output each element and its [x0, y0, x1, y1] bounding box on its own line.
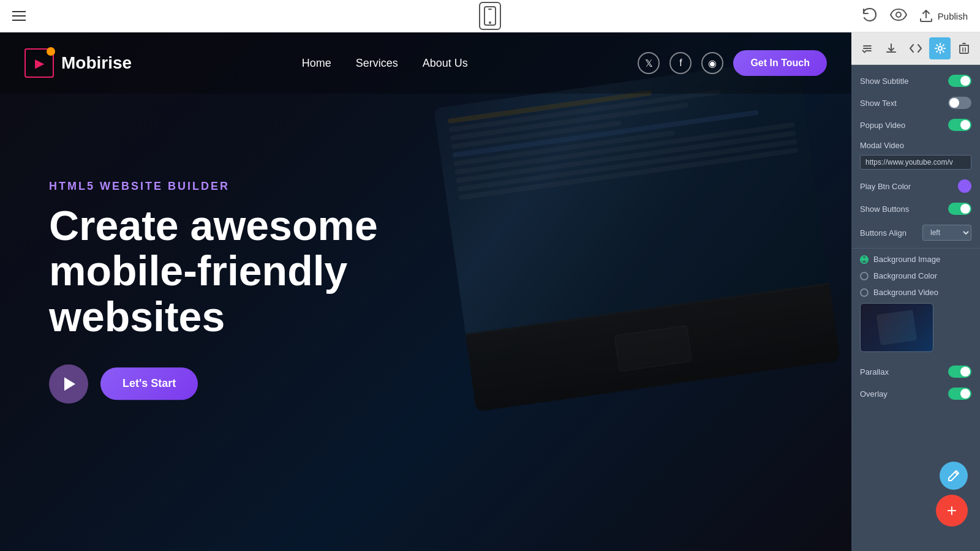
play-button[interactable] [49, 364, 88, 403]
show-subtitle-row: Show Subtitle [851, 70, 980, 92]
show-buttons-row: Show Buttons [851, 198, 980, 220]
panel-toolbar [851, 32, 980, 65]
modal-video-row: Modal Video [851, 136, 980, 174]
play-btn-color-row: Play Btn Color [851, 174, 980, 198]
edit-fab-button[interactable] [940, 462, 968, 490]
cta-button[interactable]: Get In Touch [733, 50, 827, 76]
mobile-preview-button[interactable] [479, 2, 501, 30]
hero-title-line1: Create awesome [49, 202, 378, 249]
top-toolbar: Publish [0, 0, 980, 32]
logo-sun-decoration [47, 47, 55, 56]
bg-color-label: Background Color [873, 271, 937, 280]
site-navbar: Mobirise Home Services About Us 𝕏 f ◉ Ge… [0, 32, 851, 94]
play-btn-color-label: Play Btn Color [860, 182, 911, 191]
settings-tool-button[interactable] [929, 37, 951, 59]
logo-text: Mobirise [61, 53, 132, 73]
bg-image-row[interactable]: Background Image [851, 251, 980, 268]
buttons-align-row: Buttons Align left center right [851, 220, 980, 246]
bg-image-label: Background Image [873, 255, 940, 264]
nav-about[interactable]: About Us [423, 57, 468, 70]
facebook-icon[interactable]: f [669, 52, 692, 74]
bg-video-radio[interactable] [860, 288, 869, 297]
site-nav: Home Services About Us [302, 57, 468, 70]
popup-video-label: Popup Video [860, 121, 905, 130]
logo-icon [24, 48, 54, 78]
parallax-toggle[interactable] [948, 365, 971, 378]
bg-video-label: Background Video [873, 288, 938, 297]
bg-video-row[interactable]: Background Video [851, 284, 980, 301]
bg-thumbnail[interactable] [860, 303, 933, 352]
hero-section: Mobirise Home Services About Us 𝕏 f ◉ Ge… [0, 32, 851, 551]
divider-1 [851, 248, 980, 249]
svg-rect-2 [488, 9, 492, 10]
popup-video-toggle[interactable] [948, 119, 971, 131]
twitter-icon[interactable]: 𝕏 [638, 52, 660, 74]
toolbar-center [479, 2, 501, 30]
show-buttons-toggle[interactable] [948, 203, 971, 215]
svg-point-1 [489, 21, 491, 24]
parallax-row: Parallax [851, 361, 980, 383]
show-text-label: Show Text [860, 99, 897, 108]
bg-image-radio[interactable] [860, 255, 869, 264]
overlay-toggle[interactable] [948, 388, 971, 400]
code-tool-button[interactable] [905, 37, 927, 59]
modal-video-input[interactable] [860, 155, 971, 170]
buttons-align-label: Buttons Align [860, 228, 907, 238]
popup-video-row: Popup Video [851, 114, 980, 136]
site-logo: Mobirise [24, 48, 132, 78]
canvas-area: Mobirise Home Services About Us 𝕏 f ◉ Ge… [0, 32, 851, 551]
bg-color-row[interactable]: Background Color [851, 268, 980, 284]
start-button[interactable]: Let's Start [100, 368, 198, 400]
publish-button[interactable]: Publish [919, 9, 968, 23]
download-tool-button[interactable] [881, 37, 903, 59]
publish-label: Publish [938, 11, 968, 21]
bg-color-radio[interactable] [860, 272, 869, 280]
svg-rect-8 [960, 45, 968, 53]
show-subtitle-label: Show Subtitle [860, 77, 909, 86]
hero-title: Create awesome mobile-friendly websites [49, 203, 478, 340]
undo-button[interactable] [862, 8, 878, 24]
svg-point-3 [896, 12, 901, 17]
buttons-align-select[interactable]: left center right [922, 225, 971, 241]
overlay-row: Overlay [851, 383, 980, 405]
modal-video-label: Modal Video [860, 141, 904, 150]
bg-thumbnail-preview [876, 310, 917, 345]
toolbar-right: Publish [862, 8, 968, 24]
overlay-label: Overlay [860, 389, 888, 399]
preview-button[interactable] [890, 9, 907, 24]
add-fab-button[interactable]: + [936, 495, 968, 527]
show-text-row: Show Text [851, 92, 980, 114]
show-buttons-label: Show Buttons [860, 204, 909, 214]
hero-content: HTML5 WEBSITE BUILDER Create awesome mob… [49, 180, 478, 403]
show-text-toggle[interactable] [948, 97, 971, 109]
toolbar-left [12, 11, 26, 21]
settings-panel: Show Subtitle Show Text Popup Video Moda… [851, 32, 980, 551]
hero-buttons: Let's Start [49, 364, 478, 403]
show-subtitle-toggle[interactable] [948, 75, 971, 87]
instagram-icon[interactable]: ◉ [701, 52, 723, 74]
parallax-label: Parallax [860, 367, 889, 377]
play-btn-color-swatch[interactable] [958, 179, 971, 193]
site-nav-right: 𝕏 f ◉ Get In Touch [638, 50, 827, 76]
nav-services[interactable]: Services [356, 57, 398, 70]
svg-point-7 [938, 47, 942, 50]
nav-home[interactable]: Home [302, 57, 331, 70]
hamburger-icon[interactable] [12, 11, 26, 21]
trash-tool-button[interactable] [953, 37, 975, 59]
hero-title-line2: mobile-friendly websites [49, 248, 347, 340]
hero-subtitle: HTML5 WEBSITE BUILDER [49, 180, 478, 193]
sort-tool-button[interactable] [856, 37, 878, 59]
main-area: Mobirise Home Services About Us 𝕏 f ◉ Ge… [0, 32, 980, 551]
